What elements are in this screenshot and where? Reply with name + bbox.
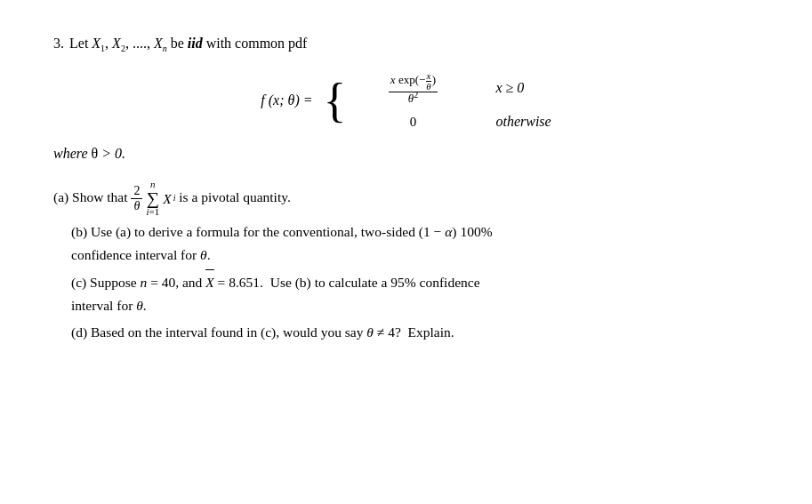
part-c: (c) Suppose n = 40, and X = 8.651. Use (…	[53, 269, 759, 316]
parts-container: (a) Show that 2 θ n ∑ i=1 Xi is a pivota…	[53, 180, 759, 343]
part-b: (b) Use (a) to derive a formula for the …	[53, 220, 759, 266]
summation: n ∑ i=1	[146, 180, 159, 217]
sigma-symbol: ∑	[147, 189, 159, 207]
problem-intro-text: Let X1, X2, ...., Xn be iid with common …	[69, 36, 307, 52]
part-a: (a) Show that 2 θ n ∑ i=1 Xi is a pivota…	[53, 180, 759, 217]
case-row-1: x exp(−xθ) θ2 x ≥ 0	[355, 71, 551, 105]
cases-table: x exp(−xθ) θ2 x ≥ 0 0 otherwise	[355, 71, 551, 130]
case1-condition: x ≥ 0	[495, 80, 524, 96]
sigma-lower: i=1	[146, 207, 159, 217]
x-bar: X	[205, 269, 213, 294]
where-line: where θ > 0.	[53, 146, 759, 162]
case2-expr: 0	[355, 115, 470, 130]
case1-denominator: θ2	[406, 92, 420, 105]
case2-condition: otherwise	[495, 114, 551, 130]
page-container: 3. Let X1, X2, ...., Xn be iid with comm…	[0, 0, 812, 504]
problem-header: 3. Let X1, X2, ...., Xn be iid with comm…	[53, 36, 759, 52]
brace-cases: { x exp(−xθ) θ2 x ≥ 0	[324, 71, 551, 130]
f-label: f (x; θ) =	[261, 92, 312, 108]
case1-fraction: x exp(−xθ) θ2	[389, 71, 438, 105]
part-a-fraction-sigma: 2 θ n ∑ i=1 Xi	[131, 180, 175, 217]
part-d: (d) Based on the interval found in (c), …	[53, 321, 759, 344]
xi-var: X	[163, 188, 171, 211]
problem-number-label: 3.	[53, 36, 64, 52]
pdf-definition: f (x; θ) = { x exp(−xθ) θ2	[53, 71, 759, 130]
left-brace: {	[324, 76, 347, 124]
case1-expr: x exp(−xθ) θ2	[355, 71, 470, 105]
case-row-2: 0 otherwise	[355, 114, 551, 130]
